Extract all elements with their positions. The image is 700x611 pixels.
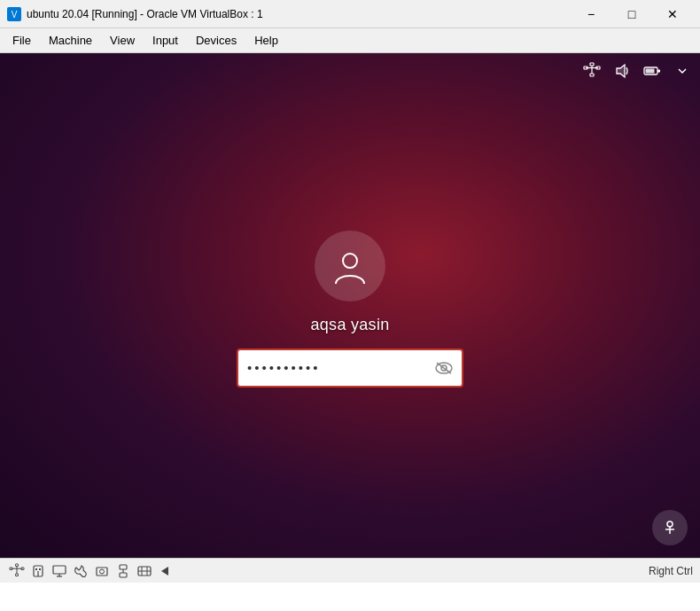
svg-rect-23 xyxy=(16,574,19,576)
vm2-icon[interactable] xyxy=(135,561,154,581)
capture-icon[interactable] xyxy=(92,561,112,581)
chevron-down-icon[interactable] xyxy=(672,60,693,82)
statusbar: Right Ctrl xyxy=(0,558,700,583)
avatar xyxy=(315,231,385,302)
menu-file[interactable]: File xyxy=(4,30,40,51)
svg-rect-36 xyxy=(120,565,127,569)
svg-rect-21 xyxy=(16,564,19,567)
svg-rect-12 xyxy=(646,69,655,74)
right-ctrl-label: Right Ctrl xyxy=(649,565,693,577)
minimize-button[interactable]: − xyxy=(571,0,611,28)
network-icon[interactable] xyxy=(581,60,603,82)
toggle-password-icon[interactable] xyxy=(435,362,453,374)
vm-bottomright xyxy=(652,510,688,545)
arrow-icon[interactable] xyxy=(156,561,175,581)
menu-help[interactable]: Help xyxy=(245,30,287,51)
svg-rect-31 xyxy=(53,566,66,574)
display-icon[interactable] xyxy=(50,561,69,581)
svg-marker-9 xyxy=(617,65,625,77)
svg-point-35 xyxy=(100,569,105,574)
svg-rect-28 xyxy=(35,568,37,570)
svg-rect-34 xyxy=(97,568,107,576)
accessibility-button[interactable] xyxy=(652,510,688,545)
window-controls: − □ ✕ xyxy=(571,0,693,28)
svg-text:V: V xyxy=(12,10,18,20)
restore-button[interactable]: □ xyxy=(611,0,652,28)
menubar: File Machine View Input Devices Help xyxy=(0,28,700,53)
audio-icon[interactable] xyxy=(611,60,633,82)
usb-icon[interactable] xyxy=(28,561,48,581)
svg-rect-5 xyxy=(590,74,594,76)
password-input[interactable] xyxy=(247,360,435,375)
svg-point-17 xyxy=(667,521,673,527)
svg-rect-11 xyxy=(657,70,660,73)
menu-input[interactable]: Input xyxy=(144,30,187,51)
titlebar: V ubuntu 20.04 [Running] - Oracle VM Vir… xyxy=(0,0,700,28)
menu-machine[interactable]: Machine xyxy=(40,30,101,51)
close-button[interactable]: ✕ xyxy=(652,0,693,28)
app-icon: V xyxy=(7,7,21,21)
usb2-icon[interactable] xyxy=(113,561,133,581)
window-title: ubuntu 20.04 [Running] - Oracle VM Virtu… xyxy=(27,8,571,20)
login-container: aqsa yasin xyxy=(237,231,463,388)
taskbar-icons xyxy=(7,561,175,581)
svg-marker-43 xyxy=(161,567,168,576)
vm-topbar xyxy=(581,60,693,82)
menu-view[interactable]: View xyxy=(101,30,144,51)
vm-viewport: aqsa yasin xyxy=(0,53,700,558)
menu-devices[interactable]: Devices xyxy=(187,30,245,51)
battery-icon[interactable] xyxy=(642,60,663,82)
svg-rect-3 xyxy=(590,63,594,66)
svg-rect-29 xyxy=(39,568,41,570)
tools-icon[interactable] xyxy=(71,561,90,581)
svg-point-13 xyxy=(343,254,357,268)
svg-rect-37 xyxy=(120,573,127,577)
password-wrapper xyxy=(237,349,463,388)
username-label: aqsa yasin xyxy=(310,316,389,334)
statusbar-right: Right Ctrl xyxy=(649,565,693,577)
network-taskbar-icon[interactable] xyxy=(7,561,27,581)
